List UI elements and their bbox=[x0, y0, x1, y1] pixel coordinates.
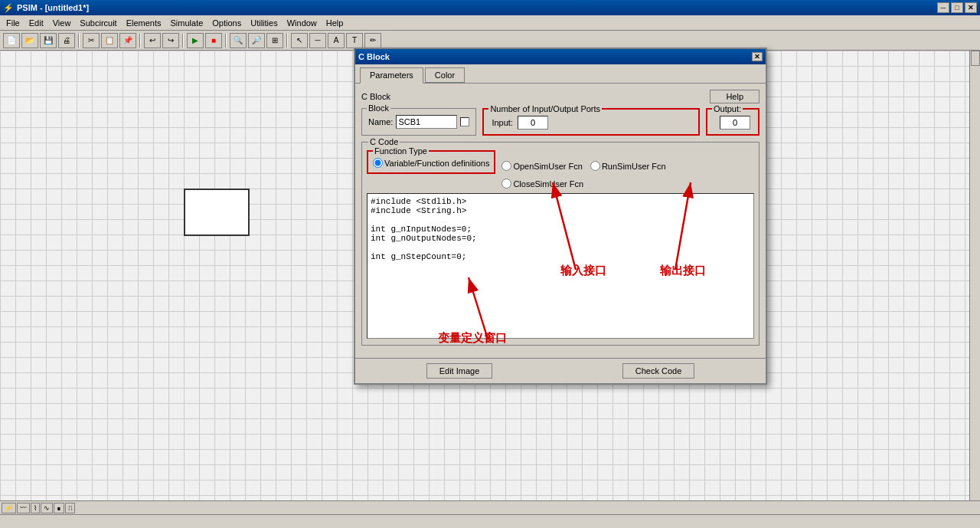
bottom-toolbar: ⚡ 〰 ⌇ ∿ ∎ ⎍ bbox=[0, 500, 980, 514]
output-count-field[interactable] bbox=[720, 116, 750, 130]
new-button[interactable]: 📄 bbox=[3, 33, 20, 48]
text-button[interactable]: T bbox=[346, 33, 363, 48]
dialog-tabs: Parameters Color bbox=[355, 64, 766, 83]
menu-simulate[interactable]: Simulate bbox=[166, 17, 208, 29]
output-group: Output: bbox=[706, 108, 760, 136]
canvas-block[interactable] bbox=[184, 189, 250, 236]
sep5 bbox=[286, 34, 288, 48]
func-type-radio-opensim[interactable] bbox=[501, 161, 511, 171]
edit-button[interactable]: ✏ bbox=[364, 33, 381, 48]
cblock-label: C Block bbox=[361, 92, 390, 101]
func-type-closesim-text: CloseSimUser Fcn bbox=[513, 179, 583, 189]
title-bar: ⚡ PSIM - [untitled1*] ─ □ ✕ bbox=[0, 0, 980, 15]
ccode-group-title: C Code bbox=[368, 137, 400, 146]
func-type-group: Function Type Variable/Function definiti… bbox=[367, 150, 495, 174]
dialog-footer: Edit Image Check Code bbox=[355, 358, 766, 383]
output-row bbox=[715, 116, 750, 130]
scrollbar-thumb[interactable] bbox=[971, 51, 980, 66]
app-title: PSIM - [untitled1*] bbox=[17, 3, 89, 12]
edit-image-button[interactable]: Edit Image bbox=[426, 363, 493, 379]
title-left: ⚡ PSIM - [untitled1*] bbox=[3, 3, 89, 13]
bottom-tool-2[interactable]: 〰 bbox=[17, 503, 30, 513]
zoom-in-button[interactable]: 🔍 bbox=[230, 33, 247, 48]
open-button[interactable]: 📂 bbox=[21, 33, 38, 48]
menu-elements[interactable]: Elements bbox=[122, 17, 166, 29]
block-group-title: Block bbox=[367, 103, 390, 113]
dialog-title: C Block bbox=[358, 52, 390, 61]
func-type-group-title: Function Type bbox=[373, 146, 429, 156]
func-type-radio-runsim[interactable] bbox=[590, 161, 600, 171]
block-name-checkbox[interactable] bbox=[460, 117, 469, 126]
title-controls[interactable]: ─ □ ✕ bbox=[937, 2, 977, 13]
func-type-closesimlabel: CloseSimUser Fcn bbox=[501, 179, 583, 189]
ccode-group: C Code Function Type Variable/Function d… bbox=[361, 142, 760, 346]
tab-color[interactable]: Color bbox=[425, 67, 465, 83]
status-bar bbox=[0, 514, 980, 528]
run-button[interactable]: ▶ bbox=[187, 33, 204, 48]
menu-window[interactable]: Window bbox=[283, 17, 322, 29]
sep2 bbox=[139, 34, 141, 48]
tab-parameters[interactable]: Parameters bbox=[360, 67, 423, 84]
name-label: Name: bbox=[368, 117, 393, 126]
bottom-tool-5[interactable]: ∎ bbox=[54, 503, 64, 513]
help-button[interactable]: Help bbox=[710, 90, 760, 103]
menu-edit[interactable]: Edit bbox=[24, 17, 48, 29]
func-type-opensim-text: OpenSimUser Fcn bbox=[513, 162, 582, 171]
output-group-title: Output: bbox=[712, 104, 743, 113]
menu-bar: File Edit View Subcircuit Elements Simul… bbox=[0, 15, 980, 31]
menu-utilities[interactable]: Utilities bbox=[246, 17, 282, 29]
func-type-label-vardef: Variable/Function definitions bbox=[384, 159, 489, 168]
cblock-dialog: C Block ✕ Parameters Color C Block Help … bbox=[354, 48, 767, 385]
zoom-out-button[interactable]: 🔎 bbox=[248, 33, 265, 48]
bottom-tool-3[interactable]: ⌇ bbox=[31, 503, 40, 513]
func-type-runsim-text: RunSimUser Fcn bbox=[602, 162, 666, 171]
sep1 bbox=[78, 34, 80, 48]
minimize-button[interactable]: ─ bbox=[937, 2, 949, 13]
undo-button[interactable]: ↩ bbox=[144, 33, 161, 48]
func-type-runsimlabel: RunSimUser Fcn bbox=[590, 161, 666, 171]
check-code-button[interactable]: Check Code bbox=[622, 363, 695, 379]
label-button[interactable]: A bbox=[328, 33, 345, 48]
bottom-tool-4[interactable]: ∿ bbox=[41, 503, 53, 513]
ports-group: Number of Input/Output Ports Input: bbox=[482, 108, 700, 136]
menu-view[interactable]: View bbox=[48, 17, 76, 29]
redo-button[interactable]: ↪ bbox=[162, 33, 179, 48]
menu-help[interactable]: Help bbox=[322, 17, 348, 29]
func-type-radio-group: OpenSimUser Fcn RunSimUser Fcn CloseSimU… bbox=[501, 161, 754, 189]
dialog-title-bar: C Block ✕ bbox=[355, 49, 766, 64]
stop-button[interactable]: ■ bbox=[205, 33, 222, 48]
sep4 bbox=[225, 34, 227, 48]
vertical-scrollbar[interactable] bbox=[969, 51, 980, 500]
save-button[interactable]: 💾 bbox=[40, 33, 57, 48]
paste-button[interactable]: 📌 bbox=[119, 33, 136, 48]
wire-button[interactable]: ─ bbox=[309, 33, 326, 48]
port-row: Input: bbox=[492, 116, 691, 130]
maximize-button[interactable]: □ bbox=[951, 2, 963, 13]
zoom-fit-button[interactable]: ⊞ bbox=[266, 33, 283, 48]
app-icon: ⚡ bbox=[3, 3, 14, 13]
dialog-content: C Block Help Block Name: Number of Input… bbox=[355, 83, 766, 358]
copy-button[interactable]: 📋 bbox=[101, 33, 118, 48]
func-type-radio-vardef[interactable] bbox=[373, 158, 383, 168]
block-name-input[interactable] bbox=[396, 115, 457, 129]
dialog-close-button[interactable]: ✕ bbox=[752, 52, 763, 61]
close-button[interactable]: ✕ bbox=[965, 2, 977, 13]
menu-options[interactable]: Options bbox=[207, 17, 246, 29]
input-count-field[interactable] bbox=[518, 116, 548, 130]
sep3 bbox=[182, 34, 184, 48]
ports-group-title: Number of Input/Output Ports bbox=[488, 104, 602, 113]
func-type-opensimlabel: OpenSimUser Fcn bbox=[501, 161, 582, 171]
bottom-tool-1[interactable]: ⚡ bbox=[2, 503, 16, 513]
block-group: Block Name: bbox=[361, 108, 476, 136]
block-name-row: Name: bbox=[368, 115, 469, 129]
bottom-tool-6[interactable]: ⎍ bbox=[65, 503, 75, 513]
func-type-radio-closesim[interactable] bbox=[501, 179, 511, 189]
menu-subcircuit[interactable]: Subcircuit bbox=[75, 17, 121, 29]
code-editor[interactable]: #include <Stdlib.h> #include <String.h> … bbox=[367, 193, 754, 339]
input-label: Input: bbox=[492, 118, 513, 127]
cursor-button[interactable]: ↖ bbox=[291, 33, 308, 48]
cut-button[interactable]: ✂ bbox=[83, 33, 100, 48]
menu-file[interactable]: File bbox=[2, 17, 24, 29]
print-button[interactable]: 🖨 bbox=[58, 33, 75, 48]
